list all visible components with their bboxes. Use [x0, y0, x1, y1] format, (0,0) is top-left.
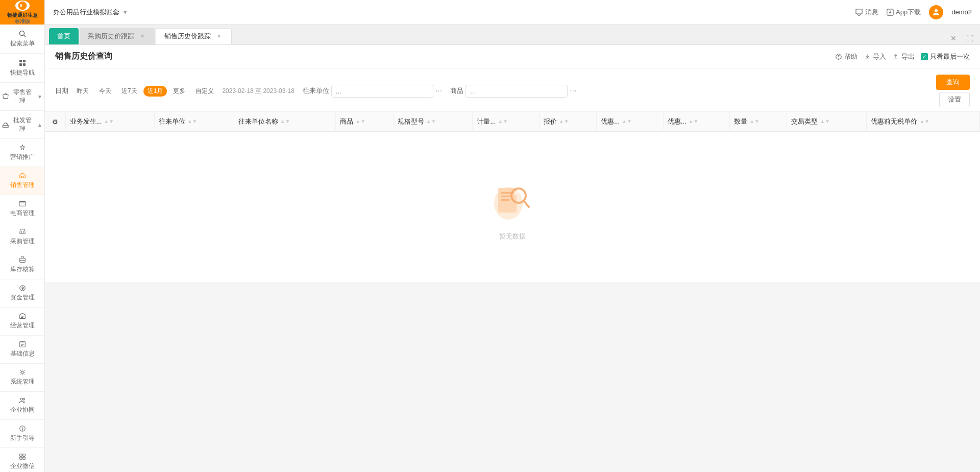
table-col-trade-type[interactable]: 交易类型 ▲▼: [787, 112, 867, 132]
sidebar-item-finance[interactable]: 资金管理: [0, 279, 44, 308]
sidebar-item-quick-nav-label: 快捷导航: [10, 68, 35, 77]
sidebar-item-retail[interactable]: 零售管理 ▼: [0, 83, 44, 111]
date-pill-today[interactable]: 今天: [95, 86, 115, 97]
query-button[interactable]: 查询: [936, 75, 970, 90]
table-col-biz-date[interactable]: 业务发生... ▲▼: [65, 112, 154, 132]
settings-button[interactable]: 设置: [939, 92, 970, 107]
date-pill-yesterday[interactable]: 昨天: [72, 86, 93, 97]
tab-purchase-close-btn[interactable]: ×: [138, 32, 146, 40]
table-col-partner-name[interactable]: 往来单位名称 ▲▼: [234, 112, 336, 132]
svg-rect-30: [501, 196, 512, 197]
date-filter-group: 日期 昨天 今天 近7天 近1月 更多 自定义 2023-02-18 至 202…: [55, 86, 295, 97]
table-container: ⚙ 业务发生... ▲▼ 往来单位 ▲▼: [45, 112, 980, 282]
page-title: 销售历史价查询: [55, 51, 112, 62]
table-header-row: ⚙ 业务发生... ▲▼ 往来单位 ▲▼: [45, 112, 980, 132]
last-only-label: 只看最后一次: [930, 52, 970, 61]
svg-rect-7: [23, 63, 26, 66]
export-button[interactable]: 导出: [892, 52, 915, 61]
svg-line-33: [524, 201, 529, 207]
date-pill-custom[interactable]: 自定义: [191, 86, 218, 97]
page-actions: 帮助 导入 导出 只看最后一次: [835, 52, 970, 61]
sort-icon-quoted-price: ▲▼: [559, 119, 569, 124]
sidebar-item-app-center[interactable]: 企业微信: [0, 448, 44, 472]
table-col-discount2[interactable]: 优惠... ▲▼: [663, 112, 729, 132]
message-label: 消息: [865, 8, 878, 17]
partner-filter-dots[interactable]: ···: [435, 86, 442, 96]
sidebar-item-sales-label: 销售管理: [10, 181, 35, 190]
username[interactable]: demo2: [951, 8, 972, 16]
table-col-partner-code[interactable]: 往来单位 ▲▼: [154, 112, 234, 132]
sidebar-item-inventory-label: 库存核算: [10, 265, 35, 274]
sort-icon-pretax-price: ▲▼: [919, 119, 929, 124]
svg-rect-5: [23, 60, 26, 62]
table-col-settings[interactable]: ⚙: [45, 112, 65, 132]
app-download-button[interactable]: App下载: [887, 8, 921, 17]
sort-icon-biz-date: ▲▼: [104, 119, 114, 124]
tab-purchase-history[interactable]: 采购历史价跟踪 ×: [80, 28, 155, 44]
sort-icon-partner-name: ▲▼: [280, 119, 290, 124]
sort-icon-spec: ▲▼: [426, 119, 436, 124]
sidebar-item-sales[interactable]: 销售管理: [0, 167, 44, 195]
header-dropdown-arrow[interactable]: ▾: [124, 8, 127, 16]
table-col-quoted-price[interactable]: 报价 ▲▼: [539, 112, 596, 132]
sort-icon-unit: ▲▼: [498, 119, 508, 124]
table-col-quantity[interactable]: 数量 ▲▼: [730, 112, 787, 132]
sidebar-item-inventory[interactable]: 库存核算: [0, 251, 44, 279]
product-filter-dots[interactable]: ···: [570, 86, 576, 96]
gear-icon[interactable]: ⚙: [52, 118, 58, 126]
help-label: 帮助: [844, 52, 857, 61]
import-button[interactable]: 导入: [864, 52, 886, 61]
help-button[interactable]: 帮助: [835, 52, 857, 61]
sort-icon-partner-code: ▲▼: [187, 119, 198, 124]
svg-rect-6: [19, 63, 22, 66]
sidebar-item-operations[interactable]: 经营管理: [0, 308, 44, 336]
sidebar-item-quick-nav[interactable]: 快捷导航: [0, 54, 44, 83]
date-pill-last1m[interactable]: 近1月: [143, 86, 167, 97]
sidebar-item-enterprise-label: 企业协同: [10, 406, 35, 414]
sidebar-item-ecom[interactable]: 电商管理: [0, 195, 44, 223]
tab-close-all-btn[interactable]: ✕: [947, 32, 960, 44]
data-table: ⚙ 业务发生... ▲▼ 往来单位 ▲▼: [45, 112, 980, 132]
sidebar-item-ecom-label: 电商管理: [10, 209, 35, 218]
partner-filter-input[interactable]: [331, 85, 433, 98]
main-area: 办公用品行业模拟账套 ▾ 消息 App下载 demo2 首页 采购历史价跟踪 ×: [45, 0, 980, 472]
empty-state-icon: [487, 173, 538, 224]
sidebar-item-wholesale[interactable]: 批发管理 ▲: [0, 111, 44, 139]
tab-sales-close-btn[interactable]: ×: [215, 32, 223, 40]
sidebar: 6 畅捷通好生意 标准版 搜索菜单 快捷导航 零售管理 ▼ 批发管理 ▲ 营销推…: [0, 0, 45, 472]
date-pill-last7[interactable]: 近7天: [117, 86, 141, 97]
last-only-checkbox[interactable]: [921, 53, 928, 60]
svg-text:6: 6: [20, 3, 22, 8]
date-pill-more[interactable]: 更多: [169, 86, 189, 97]
last-only-checkbox-label[interactable]: 只看最后一次: [921, 52, 970, 61]
tab-sales-history[interactable]: 销售历史价跟踪 ×: [156, 28, 232, 44]
svg-point-15: [20, 398, 22, 400]
partner-filter-label: 往来单位: [303, 86, 329, 96]
sort-icon-product: ▲▼: [355, 119, 365, 124]
table-col-product[interactable]: 商品 ▲▼: [336, 112, 393, 132]
product-filter-input[interactable]: [465, 85, 568, 98]
tab-maximize-btn[interactable]: ⛶: [964, 32, 976, 44]
logo-icon: 6: [15, 1, 30, 11]
sidebar-item-guide[interactable]: 新手引导: [0, 420, 44, 448]
sidebar-item-purchase[interactable]: 采购管理: [0, 223, 44, 251]
tab-home[interactable]: 首页: [49, 28, 79, 44]
sidebar-item-search[interactable]: 搜索菜单: [0, 25, 44, 54]
svg-rect-9: [21, 176, 23, 178]
table-col-spec[interactable]: 规格型号 ▲▼: [393, 112, 473, 132]
sidebar-item-enterprise[interactable]: 企业协同: [0, 392, 44, 420]
tab-bar: 首页 采购历史价跟踪 × 销售历史价跟踪 × ✕ ⛶: [45, 25, 980, 45]
sidebar-item-marketing[interactable]: 营销推广: [0, 139, 44, 167]
product-filter-label: 商品: [450, 86, 463, 96]
table-col-discount1[interactable]: 优惠... ▲▼: [597, 112, 663, 132]
sidebar-item-guide-label: 新手引导: [10, 434, 35, 442]
message-button[interactable]: 消息: [855, 8, 878, 17]
sidebar-item-basic[interactable]: 基础信息: [0, 336, 44, 364]
table-col-pretax-price[interactable]: 优惠前无税单价 ▲▼: [867, 112, 980, 132]
table-col-unit[interactable]: 计量... ▲▼: [473, 112, 539, 132]
sort-icon-trade-type: ▲▼: [820, 119, 830, 124]
sort-icon-discount1: ▲▼: [622, 119, 632, 124]
svg-point-12: [19, 286, 25, 291]
filter-bar: 日期 昨天 今天 近7天 近1月 更多 自定义 2023-02-18 至 202…: [45, 68, 980, 112]
sidebar-item-system[interactable]: 系统管理: [0, 364, 44, 392]
